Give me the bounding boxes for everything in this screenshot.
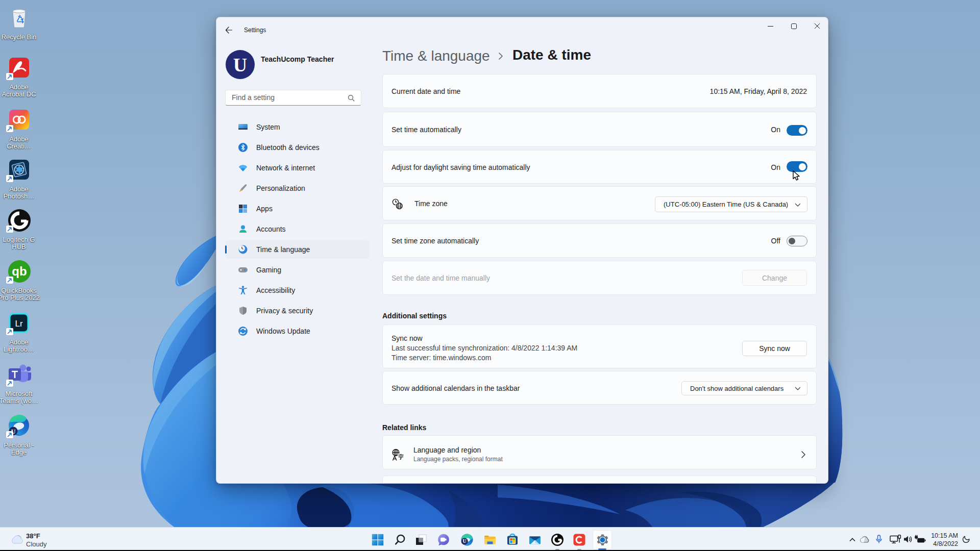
svg-text:qb: qb [12, 264, 27, 278]
svg-text:U: U [463, 538, 467, 544]
svg-text:Lr: Lr [15, 319, 22, 329]
